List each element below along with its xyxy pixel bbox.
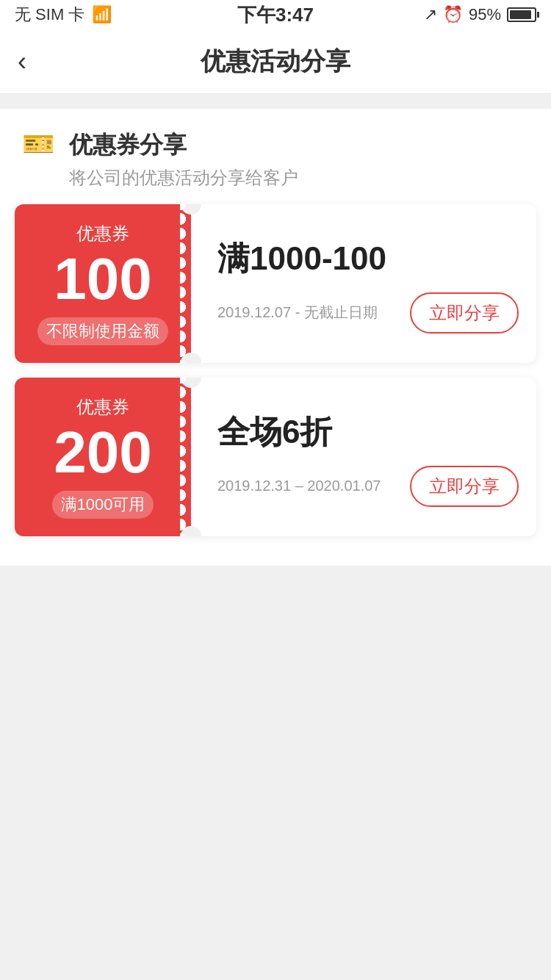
- coupon-label-2: 优惠券: [76, 395, 129, 419]
- nav-bar: ‹ 优惠活动分享: [0, 29, 551, 94]
- coupon-list: 优惠券 100 不限制使用金额 满1000-100 2019.12.07 - 无…: [0, 204, 551, 566]
- share-button-1[interactable]: 立即分享: [410, 292, 519, 334]
- coupon-left-2: 优惠券 200 满1000可用: [15, 378, 191, 536]
- section-header: 🎫 优惠券分享 将公司的优惠活动分享给客户: [0, 109, 551, 204]
- coupon-icon: 🎫: [22, 131, 57, 166]
- status-left: 无 SIM 卡 📶: [15, 4, 112, 26]
- coupon-name-2: 全场6折: [217, 411, 519, 454]
- battery-fill: [510, 10, 531, 19]
- coupon-label-1: 优惠券: [76, 222, 129, 245]
- status-right: ↗ ⏰ 95%: [424, 5, 536, 24]
- coupon-condition-2: 满1000可用: [52, 491, 154, 519]
- section-text: 优惠券分享 将公司的优惠活动分享给客户: [69, 129, 298, 190]
- coupon-amount-2: 200: [54, 423, 151, 482]
- coupon-meta-1: 2019.12.07 - 无截止日期 立即分享: [217, 292, 519, 334]
- coupon-card-1: 优惠券 100 不限制使用金额 满1000-100 2019.12.07 - 无…: [15, 204, 536, 363]
- coupon-name-1: 满1000-100: [217, 237, 519, 281]
- status-bar: 无 SIM 卡 📶 下午3:47 ↗ ⏰ 95%: [0, 0, 551, 29]
- alarm-icon: ⏰: [443, 5, 463, 24]
- location-icon: ↗: [424, 5, 437, 24]
- coupon-meta-2: 2019.12.31 – 2020.01.07 立即分享: [217, 466, 519, 507]
- coupon-left-1: 优惠券 100 不限制使用金额: [15, 204, 191, 363]
- top-divider: [0, 94, 551, 109]
- back-button[interactable]: ‹: [18, 48, 26, 75]
- coupon-condition-1: 不限制使用金额: [37, 317, 168, 345]
- battery-icon: [507, 7, 536, 22]
- sim-status: 无 SIM 卡: [15, 4, 84, 26]
- share-button-2[interactable]: 立即分享: [410, 466, 519, 507]
- battery-percent: 95%: [469, 5, 501, 24]
- coupon-right-2: 全场6折 2019.12.31 – 2020.01.07 立即分享: [191, 378, 536, 536]
- section-title: 优惠券分享: [69, 129, 298, 162]
- section-subtitle: 将公司的优惠活动分享给客户: [69, 166, 298, 190]
- coupon-amount-1: 100: [54, 250, 151, 309]
- coupon-date-2: 2019.12.31 – 2020.01.07: [217, 478, 381, 494]
- background-area: [0, 566, 551, 933]
- coupon-date-1: 2019.12.07 - 无截止日期: [217, 303, 378, 323]
- coupon-right-1: 满1000-100 2019.12.07 - 无截止日期 立即分享: [191, 204, 536, 363]
- page-title: 优惠活动分享: [201, 45, 350, 79]
- coupon-card-2: 优惠券 200 满1000可用 全场6折 2019.12.31 – 2020.0…: [15, 378, 536, 536]
- status-time: 下午3:47: [237, 2, 314, 28]
- wifi-icon: 📶: [92, 5, 112, 24]
